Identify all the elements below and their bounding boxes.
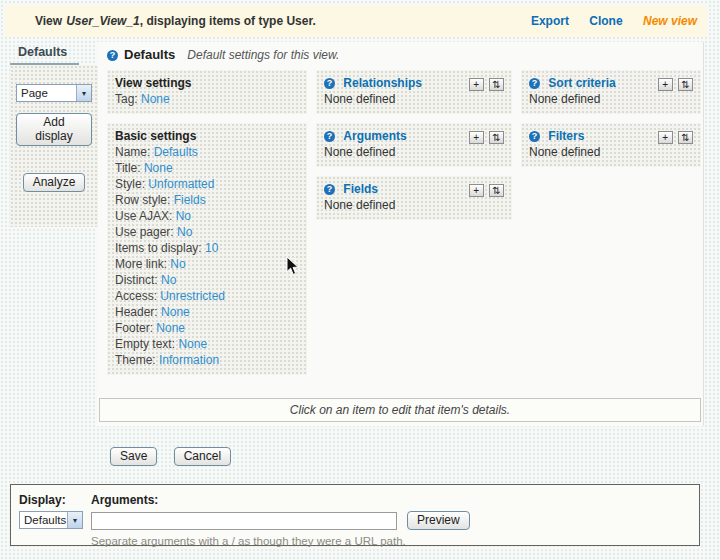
setting-row: Row style: Fields	[115, 192, 299, 208]
help-icon[interactable]: ?	[324, 184, 335, 195]
analyze-button[interactable]: Analyze	[23, 173, 86, 192]
setting-label: Use pager:	[115, 225, 174, 239]
arguments-link[interactable]: Arguments	[343, 129, 406, 143]
setting-row: Use pager: No	[115, 224, 299, 240]
display-subtitle: Default settings for this view.	[187, 48, 339, 62]
filters-link[interactable]: Filters	[548, 129, 584, 143]
setting-value-link[interactable]: Fields	[174, 193, 206, 207]
setting-label: Title:	[115, 161, 141, 175]
display-header: ?DefaultsDefault settings for this view.	[97, 42, 703, 70]
view-action-links: Export Clone New view	[514, 14, 697, 28]
setting-label: Distinct:	[115, 273, 158, 287]
setting-value-link[interactable]: Defaults	[154, 145, 198, 159]
help-icon[interactable]: ?	[324, 78, 335, 89]
setting-row: Theme: Information	[115, 352, 299, 368]
setting-value-link[interactable]: No	[161, 273, 176, 287]
add-icon[interactable]: +	[469, 131, 484, 144]
save-button[interactable]: Save	[110, 447, 157, 466]
view-summary-text: ViewUser_View_1, displaying items of typ…	[35, 14, 316, 28]
preview-display-group: Display: Defaults ▾	[19, 493, 91, 547]
add-icon[interactable]: +	[469, 184, 484, 197]
preview-display-select[interactable]: Defaults ▾	[19, 511, 83, 529]
chevron-down-icon: ▾	[76, 85, 91, 101]
cancel-button[interactable]: Cancel	[174, 447, 231, 466]
setting-value-link[interactable]: Unrestricted	[160, 289, 225, 303]
setting-row: Use AJAX: No	[115, 208, 299, 224]
setting-label: Access:	[115, 289, 157, 303]
export-link[interactable]: Export	[531, 14, 569, 28]
help-icon[interactable]: ?	[529, 131, 540, 142]
setting-value-link[interactable]: None	[144, 161, 173, 175]
preview-button[interactable]: Preview	[407, 511, 470, 530]
setting-row: Tag: None	[115, 91, 299, 107]
setting-value-link[interactable]: None	[156, 321, 185, 335]
new-view-link[interactable]: New view	[643, 14, 697, 28]
column-right: + ⇅ ? Sort criteria None defined + ⇅	[521, 70, 701, 384]
display-type-value: Page	[17, 87, 76, 99]
view-name: User_View_1	[66, 14, 140, 28]
rearrange-icon[interactable]: ⇅	[489, 131, 504, 144]
setting-value-link[interactable]: None	[141, 92, 170, 106]
tab-defaults[interactable]: Defaults	[10, 42, 79, 65]
relationships-link[interactable]: Relationships	[343, 76, 422, 90]
setting-row: Header: None	[115, 304, 299, 320]
form-actions: Save Cancel	[110, 447, 704, 466]
setting-value-link[interactable]: No	[177, 225, 192, 239]
preview-display-value: Defaults	[20, 514, 67, 526]
arguments-label: Arguments:	[91, 493, 470, 507]
setting-row: Access: Unrestricted	[115, 288, 299, 304]
setting-label: Use AJAX:	[115, 209, 172, 223]
setting-label: Name:	[115, 145, 150, 159]
setting-value-link[interactable]: No	[176, 209, 191, 223]
display-label: Display:	[19, 493, 91, 507]
setting-label: Tag:	[115, 92, 138, 106]
setting-label: Footer:	[115, 321, 153, 335]
rearrange-icon[interactable]: ⇅	[489, 78, 504, 91]
clone-link[interactable]: Clone	[589, 14, 622, 28]
display-title: Defaults	[124, 47, 175, 62]
relationships-empty: None defined	[324, 91, 504, 107]
fields-link[interactable]: Fields	[343, 182, 378, 196]
setting-row: Distinct: No	[115, 272, 299, 288]
column-middle: + ⇅ ? Relationships None defined + ⇅	[316, 70, 512, 384]
setting-label: Empty text:	[115, 337, 175, 351]
setting-row: Items to display: 10	[115, 240, 299, 256]
setting-value-link[interactable]: Information	[159, 353, 219, 367]
fields-bucket: + ⇅ ? Fields None defined	[316, 176, 512, 220]
help-icon[interactable]: ?	[529, 78, 540, 89]
mouse-cursor	[286, 256, 299, 276]
bucket-columns: View settings Tag: None Basic settings N…	[97, 70, 703, 384]
view-settings-bucket: View settings Tag: None	[107, 70, 307, 114]
display-sidebar: Defaults Page ▾ Add display Analyze	[10, 42, 98, 227]
filters-bucket: + ⇅ ? Filters None defined	[521, 123, 701, 167]
setting-value-link[interactable]: Unformatted	[148, 177, 214, 191]
setting-value-link[interactable]: None	[161, 305, 190, 319]
fields-empty: None defined	[324, 197, 504, 213]
setting-value-link[interactable]: No	[170, 257, 185, 271]
add-icon[interactable]: +	[658, 78, 673, 91]
setting-row: Empty text: None	[115, 336, 299, 352]
arguments-bucket: + ⇅ ? Arguments None defined	[316, 123, 512, 167]
arguments-input[interactable]	[91, 512, 397, 530]
help-icon[interactable]: ?	[324, 131, 335, 142]
setting-value-link[interactable]: 10	[205, 241, 218, 255]
setting-value-link[interactable]: None	[178, 337, 207, 351]
setting-label: Style:	[115, 177, 145, 191]
filters-empty: None defined	[529, 144, 693, 160]
add-icon[interactable]: +	[658, 131, 673, 144]
sort-criteria-link[interactable]: Sort criteria	[548, 76, 615, 90]
add-display-button[interactable]: Add display	[16, 113, 92, 146]
add-icon[interactable]: +	[469, 78, 484, 91]
view-summary-suffix: , displaying items of type User.	[140, 14, 316, 28]
rearrange-icon[interactable]: ⇅	[678, 78, 693, 91]
views-ui-page: { "topbar": { "prefix": "View", "view_na…	[0, 0, 720, 560]
column-settings: View settings Tag: None Basic settings N…	[107, 70, 307, 384]
setting-row: More link: No	[115, 256, 299, 272]
setting-row: Style: Unformatted	[115, 176, 299, 192]
edit-hint-message: Click on an item to edit that item's det…	[99, 398, 701, 422]
help-icon[interactable]: ?	[107, 50, 118, 61]
setting-row: Name: Defaults	[115, 144, 299, 160]
rearrange-icon[interactable]: ⇅	[489, 184, 504, 197]
display-type-select[interactable]: Page ▾	[16, 84, 92, 102]
rearrange-icon[interactable]: ⇅	[678, 131, 693, 144]
